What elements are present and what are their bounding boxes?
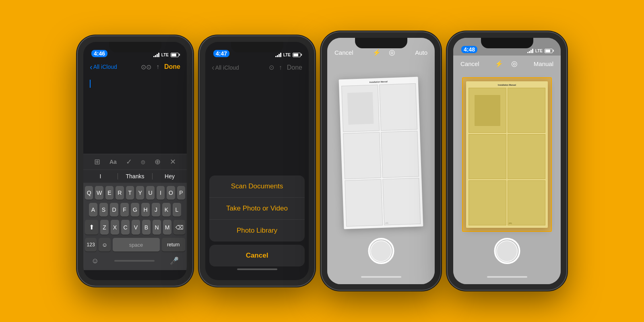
p1-nav: All iCloud ⊙ ↑ Done [83, 60, 187, 73]
compose-toolbar-icon[interactable]: ⊕ [155, 157, 161, 166]
key-y[interactable]: Y [136, 186, 144, 200]
doc-cell-1 [341, 85, 380, 132]
p2-share-icon[interactable]: ↑ [279, 64, 282, 71]
home-indicator-2 [237, 268, 277, 270]
p1-nav-icons: ⊙ ↑ Done [141, 63, 180, 71]
emoji-keyboard-icon[interactable]: ☺ [91, 257, 99, 265]
key-p[interactable]: P [177, 186, 185, 200]
table-toolbar-icon[interactable]: ⊞ [94, 157, 100, 166]
take-photo-video-button[interactable]: Take Photo or Video [209, 198, 305, 220]
key-n[interactable]: N [153, 220, 161, 235]
battery-4 [545, 49, 553, 53]
p2-person-icon[interactable]: ⊙ [269, 64, 274, 71]
close-toolbar-icon[interactable]: ✕ [170, 157, 176, 166]
key-m[interactable]: M [163, 220, 171, 235]
status-right-1: LTE [153, 52, 179, 57]
phone-1: 4:46 LTE [78, 36, 192, 286]
key-f[interactable]: F [120, 203, 129, 217]
autocomplete-item-hey[interactable]: Hey [153, 173, 187, 180]
bar1 [153, 56, 155, 57]
p4-color-ring-icon[interactable]: ◎ [511, 59, 518, 68]
doc-cell-4 [381, 130, 419, 178]
doc-cell-o4 [508, 134, 545, 179]
p2-back-label: All iCloud [215, 64, 239, 71]
doc-title-4: Installation Manual [498, 84, 516, 86]
key-space[interactable]: space [113, 238, 160, 252]
aa-toolbar-icon[interactable]: Aa [109, 159, 117, 165]
p2-back-button[interactable]: ‹ All iCloud [212, 63, 239, 72]
action-sheet-container: Scan Documents Take Photo or Video Photo… [209, 175, 305, 272]
key-123[interactable]: 123 [85, 238, 97, 252]
p3-cancel-button[interactable]: Cancel [334, 49, 353, 56]
key-q[interactable]: Q [85, 186, 93, 200]
status-right-4: LTE [527, 48, 553, 53]
status-bar-4: 4:48 LTE [453, 38, 561, 56]
notch [109, 42, 161, 52]
p1-note-area[interactable] [83, 73, 187, 154]
key-c[interactable]: C [121, 220, 130, 235]
key-v[interactable]: V [132, 220, 140, 235]
key-o[interactable]: O [167, 186, 175, 200]
p4-manual-label[interactable]: Manual [534, 60, 553, 67]
key-emoji[interactable]: ☺ [99, 238, 110, 252]
scan-documents-button[interactable]: Scan Documents [209, 175, 305, 198]
key-delete[interactable]: ⌫ [173, 220, 185, 235]
p4-shutter-button[interactable] [494, 238, 520, 264]
key-w[interactable]: W [95, 186, 103, 200]
key-d[interactable]: D [110, 203, 118, 217]
key-i[interactable]: I [157, 186, 165, 200]
doc-cell-o1 [469, 88, 506, 133]
doc-cell-3 [343, 132, 381, 180]
key-g[interactable]: G [131, 203, 139, 217]
key-z[interactable]: Z [100, 220, 109, 235]
photo-library-button[interactable]: Photo Library [209, 220, 305, 242]
key-b[interactable]: B [142, 220, 151, 235]
key-s[interactable]: S [99, 203, 108, 217]
key-e[interactable]: E [105, 186, 114, 200]
doc-cell-5 [345, 179, 383, 227]
p3-color-ring-icon[interactable]: ◎ [389, 48, 395, 57]
key-return[interactable]: return [162, 238, 186, 252]
key-h[interactable]: H [141, 203, 150, 217]
p4-flash-icon[interactable]: ⚡ [495, 60, 503, 68]
p4-cam-header: Cancel ⚡ ◎ Manual [453, 56, 561, 72]
autocomplete-item-i[interactable]: I [83, 173, 118, 180]
autocomplete-item-thanks[interactable]: Thanks [118, 173, 153, 180]
p4-cancel-button[interactable]: Cancel [460, 60, 479, 67]
key-a[interactable]: A [89, 203, 97, 217]
p3-cam-header: Cancel ⚡ ◎ Auto [327, 43, 435, 61]
p3-flash-icon[interactable]: ⚡ [373, 49, 381, 56]
p3-auto-label[interactable]: Auto [415, 49, 427, 56]
microphone-icon[interactable]: 🎤 [170, 256, 179, 265]
home-indicator-3 [361, 276, 401, 278]
camera-toolbar-icon[interactable]: ⌾ [141, 158, 145, 166]
lte-4: LTE [535, 49, 543, 53]
doc-cell-o2 [508, 88, 545, 133]
battery-1 [171, 53, 179, 57]
action-sheet: Scan Documents Take Photo or Video Photo… [209, 175, 305, 242]
key-x[interactable]: X [111, 220, 119, 235]
share-icon[interactable]: ↑ [156, 63, 159, 70]
key-r[interactable]: R [116, 186, 124, 200]
p3-shutter-button[interactable] [368, 238, 394, 264]
p2-done-button[interactable]: Done [287, 64, 302, 71]
p3-document: Installation Manual (X5) [339, 77, 423, 229]
keyboard-row-2: A S D F G H J K L [85, 203, 185, 217]
key-k[interactable]: K [162, 203, 171, 217]
p2-nav-icons: ⊙ ↑ Done [269, 64, 302, 71]
person-icon[interactable]: ⊙ [141, 63, 151, 71]
checkmark-toolbar-icon[interactable]: ✓ [126, 157, 132, 166]
p4-cam-controls: ⚡ ◎ [495, 59, 518, 68]
key-l[interactable]: L [173, 203, 181, 217]
cancel-button[interactable]: Cancel [209, 245, 305, 266]
key-j[interactable]: J [152, 203, 160, 217]
doc-title-3: Installation Manual [369, 80, 388, 83]
p1-back-button[interactable]: All iCloud [90, 63, 117, 71]
p1-done-button[interactable]: Done [164, 63, 180, 70]
status-time-4: 4:48 [461, 46, 477, 53]
lte-1: LTE [161, 53, 169, 57]
key-u[interactable]: U [146, 186, 154, 200]
key-t[interactable]: T [126, 186, 134, 200]
p4-scan-overlay: Installation Manual (X5) [462, 77, 552, 232]
key-shift[interactable]: ⬆ [85, 220, 98, 235]
